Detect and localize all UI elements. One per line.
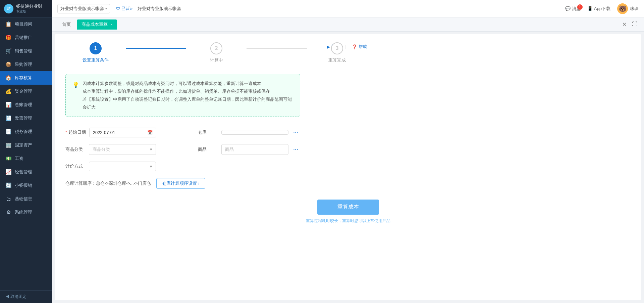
payroll-icon: 💵: [5, 156, 11, 162]
warehouse-order-settings-button[interactable]: 仓库计算顺序设置 ›: [156, 178, 205, 189]
sidebar-item-system[interactable]: ⚙ 系统管理: [0, 206, 52, 219]
info-box-text: 因成本计算参数调整，或是对商品成本有疑问时，可以通过成本重算功能，重新计算一遍成…: [83, 80, 293, 111]
goods-input[interactable]: 商品: [221, 144, 288, 155]
operations-icon: 📈: [5, 169, 11, 175]
start-date-field: 起始日期 2022-07-01 📅: [65, 128, 184, 137]
logo-icon: 财: [4, 4, 13, 13]
start-date-input[interactable]: 2022-07-01 📅: [89, 128, 156, 137]
step-2-circle: 2: [210, 42, 222, 54]
tabbar: 首页 商品成本重算 × ✕ ⛶: [52, 17, 644, 32]
play-icon: ▶: [327, 44, 330, 49]
chevron-down-icon: ▾: [150, 164, 152, 169]
sidebar-logo: 财 畅捷通好业财 专业版: [0, 0, 52, 17]
project-icon: 📋: [5, 21, 11, 27]
topbar: 好业财专业版演示帐套 ▾ 🛡 已认证 好业财专业版演示帐套 💬 消息 1 📱 A…: [52, 0, 644, 17]
goods-label: 商品: [198, 146, 218, 153]
sidebar-item-sales[interactable]: 🛒 销售管理: [0, 44, 52, 58]
expense-icon: 🔄: [5, 182, 11, 188]
form-row-3: 计价方式 ▾: [65, 162, 317, 171]
recalc-button[interactable]: 重算成本: [317, 200, 379, 215]
bulb-icon: 💡: [72, 80, 79, 111]
stepper: 1 设置重算条件 2 计算中 3 重算完成 ▶ 视频: [65, 42, 367, 63]
app-download-button[interactable]: 📱 App下载: [587, 6, 610, 12]
finance-icon: 💰: [5, 88, 11, 94]
calendar-icon[interactable]: 📅: [147, 130, 153, 135]
sidebar-unpin-button[interactable]: ◀ 取消固定: [0, 290, 52, 303]
recalc-hint: 重算过程耗时较长，重算时您可以正常使用产品: [306, 218, 390, 224]
expand-window-button[interactable]: ⛶: [631, 20, 639, 28]
category-label: 商品分类: [65, 146, 86, 153]
account-name: 好业财专业版演示帐套: [138, 6, 181, 12]
sidebar-item-tax[interactable]: 📑 税务管理: [0, 125, 52, 138]
accounting-icon: 📊: [5, 102, 11, 108]
verified-badge: 🛡 已认证: [116, 6, 133, 11]
warehouse-label: 仓库: [198, 129, 218, 135]
sidebar-item-project[interactable]: 📋 项目顾问: [0, 17, 52, 31]
sidebar-item-operations[interactable]: 📈 经营管理: [0, 165, 52, 179]
sidebar-item-assets[interactable]: 🏢 固定资产: [0, 138, 52, 152]
category-field: 商品分类 商品分类 ▾: [65, 144, 184, 155]
topbar-right: 💬 消息 1 📱 App下载 🐻 珠珠: [565, 3, 639, 14]
form-section: 起始日期 2022-07-01 📅 仓库 ··· 商品分类: [65, 128, 317, 171]
step-3-label: 重算完成: [328, 57, 346, 63]
chevron-down-icon: ▾: [105, 7, 107, 10]
main-area: 好业财专业版演示帐套 ▾ 🛡 已认证 好业财专业版演示帐套 💬 消息 1 📱 A…: [52, 0, 644, 303]
question-icon: ❓: [352, 44, 357, 49]
step-3-circle: 3: [331, 42, 343, 54]
warehouse-input[interactable]: [221, 130, 288, 135]
tax-icon: 📑: [5, 129, 11, 135]
assets-icon: 🏢: [5, 142, 11, 148]
goods-more-icon[interactable]: ···: [292, 146, 300, 153]
sidebar-item-payroll[interactable]: 💵 工资: [0, 152, 52, 165]
sidebar: 财 畅捷通好业财 专业版 📋 项目顾问 🎁 营销推广 🛒 销售管理 📦 采购管理…: [0, 0, 52, 303]
logo-text: 畅捷通好业财 专业版: [16, 4, 42, 14]
sidebar-nav: 📋 项目顾问 🎁 营销推广 🛒 销售管理 📦 采购管理 🏠 库存核算 💰 资金管…: [0, 17, 52, 290]
phone-icon: 📱: [587, 6, 593, 11]
pricing-field: 计价方式 ▾: [65, 162, 184, 171]
step-2: 2 计算中: [186, 42, 247, 63]
warehouse-more-icon[interactable]: ···: [292, 129, 300, 136]
message-button[interactable]: 💬 消息 1: [565, 6, 581, 12]
topbar-account: 好业财专业版演示帐套 ▾ 🛡 已认证 好业财专业版演示帐套: [57, 4, 181, 13]
sidebar-item-accounting[interactable]: 📊 总账管理: [0, 98, 52, 112]
step-line-2: [247, 48, 307, 49]
system-icon: ⚙: [5, 209, 11, 215]
category-select[interactable]: 商品分类 ▾: [89, 144, 156, 155]
sidebar-item-invoice[interactable]: 🧾 发票管理: [0, 112, 52, 125]
account-selector[interactable]: 好业财专业版演示帐套 ▾: [57, 4, 110, 13]
step-2-label: 计算中: [210, 57, 223, 63]
sidebar-item-finance[interactable]: 💰 资金管理: [0, 85, 52, 98]
sidebar-item-inventory[interactable]: 🏠 库存核算: [0, 71, 52, 85]
notification-badge: 1: [577, 4, 583, 10]
sales-icon: 🛒: [5, 48, 11, 54]
content-area: 1 设置重算条件 2 计算中 3 重算完成 ▶ 视频: [55, 34, 641, 300]
step-1-label: 设置重算条件: [83, 57, 109, 63]
sidebar-item-purchase[interactable]: 📦 采购管理: [0, 58, 52, 71]
inventory-icon: 🏠: [5, 75, 11, 81]
invoice-icon: 🧾: [5, 115, 11, 121]
sidebar-item-basic[interactable]: 🗂 基础信息: [0, 192, 52, 206]
form-row-1: 起始日期 2022-07-01 📅 仓库 ···: [65, 128, 317, 137]
tab-close-icon[interactable]: ×: [110, 23, 112, 27]
basic-icon: 🗂: [5, 196, 11, 202]
avatar: 🐻: [617, 3, 628, 14]
marketing-icon: 🎁: [5, 35, 11, 41]
shield-icon: 🛡: [116, 6, 120, 11]
close-window-button[interactable]: ✕: [621, 20, 628, 28]
step-line-1: [126, 48, 186, 49]
recalc-section: 重算成本 重算过程耗时较长，重算时您可以正常使用产品: [65, 200, 631, 224]
pricing-label: 计价方式: [65, 163, 86, 169]
step-1-circle: 1: [90, 42, 102, 54]
info-box: 💡 因成本计算参数调整，或是对商品成本有疑问时，可以通过成本重算功能，重新计算一…: [65, 74, 300, 117]
tab-home[interactable]: 首页: [57, 19, 75, 30]
warehouse-order-row: 仓库计算顺序：总仓->深圳仓库->...->门店仓 仓库计算顺序设置 ›: [65, 178, 631, 189]
user-avatar-button[interactable]: 🐻 珠珠: [617, 3, 639, 14]
sidebar-item-expense[interactable]: 🔄 小畅报销: [0, 179, 52, 192]
tab-recalc[interactable]: 商品成本重算 ×: [77, 19, 117, 30]
goods-field: 商品 商品 ···: [198, 144, 317, 155]
help-link[interactable]: ❓ 帮助: [352, 44, 367, 50]
pricing-select[interactable]: ▾: [89, 162, 156, 171]
sidebar-item-marketing[interactable]: 🎁 营销推广: [0, 31, 52, 44]
message-icon: 💬: [565, 6, 571, 11]
warehouse-field: 仓库 ···: [198, 129, 317, 136]
